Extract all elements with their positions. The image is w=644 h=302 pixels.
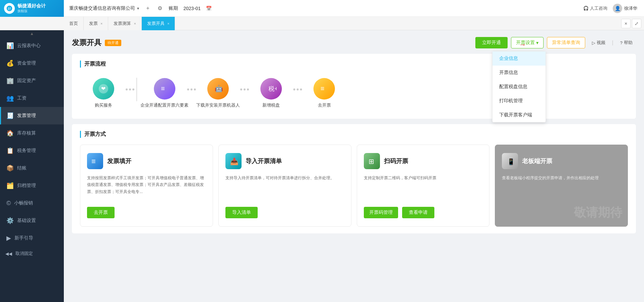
- method-fill-title: 发票填开: [107, 157, 131, 165]
- method-import-desc: 支持导入待开票清单，可对待开票清单进行拆分、合并处理。: [225, 175, 344, 201]
- divider: |: [612, 40, 613, 46]
- tab-invoice-calc-label: 发票测算: [114, 21, 131, 27]
- invoice-icon: 🧾: [6, 112, 14, 119]
- tab-invoice-calc-close[interactable]: ×: [134, 22, 136, 26]
- salary-icon: 👥: [6, 95, 14, 102]
- dropdown-item-company[interactable]: 企业信息: [492, 51, 546, 66]
- tab-invoice-issue-close[interactable]: ×: [167, 22, 169, 26]
- consult-label: 人工咨询: [590, 5, 607, 11]
- sidebar-item-reports[interactable]: 📊 云报表中心: [0, 37, 64, 54]
- qr-manage-button[interactable]: 开票码管理: [364, 207, 398, 218]
- tab-home[interactable]: 首页: [64, 17, 84, 30]
- top-bar: 好 畅捷通好会计 旗舰版 重庆畅捷交通信息咨询有限公司 ▾ ＋ ⚙ 账期 202…: [0, 0, 644, 17]
- tab-close-all-btn[interactable]: ×: [621, 19, 631, 28]
- flow-section: 开票流程 ❤ 购买服务: [72, 54, 636, 119]
- consult-button[interactable]: 🎧 人工咨询: [583, 5, 607, 11]
- content-area: 发票开具 待开通 立即开通 开票设置 ▾ 企业信息 开票信息 配置税盘信息 打印…: [64, 30, 644, 302]
- dot: [187, 88, 189, 90]
- exception-query-button[interactable]: 异常清单查询: [547, 37, 585, 48]
- step-label-3: 下载并安装开票机器人: [196, 102, 240, 108]
- step-icon-4: 税+: [260, 78, 282, 100]
- sidebar-item-settings-label: 基础设置: [17, 218, 36, 224]
- flow-step-4: 税+ 新增税盘: [248, 78, 295, 108]
- method-card-import: 📥 导入开票清单 支持导入待开票清单，可对待开票清单进行拆分、合并处理。 导入清…: [218, 145, 351, 227]
- top-bar-icons: ＋ ⚙: [143, 4, 165, 13]
- sidebar-item-settings[interactable]: ⚙️ 基础设置: [0, 212, 64, 229]
- sidebar-cancel-pin[interactable]: ◀◀ 取消固定: [0, 247, 64, 260]
- tab-bar: 首页 发票 × 发票测算 × 发票开具 × × ⤢: [0, 17, 644, 30]
- sidebar-item-expense[interactable]: © 小畅报销: [0, 194, 64, 212]
- tab-invoice-issue-label: 发票开具: [147, 21, 165, 27]
- user-name: 徐泽华: [624, 5, 637, 11]
- tab-invoice-close[interactable]: ×: [100, 22, 102, 26]
- video-label: 视频: [597, 40, 605, 46]
- dropdown-item-tax-disk[interactable]: 配置税盘信息: [492, 80, 546, 94]
- play-icon: ▷: [592, 40, 595, 45]
- sidebar-item-inventory[interactable]: 🏠 库存核算: [0, 124, 64, 142]
- sidebar-item-archive[interactable]: 🗂️ 归档管理: [0, 177, 64, 194]
- assets-icon: 🏢: [6, 77, 14, 84]
- step-connector-1: [125, 88, 135, 90]
- step-icon-3: 🤖: [207, 78, 229, 100]
- import-list-button[interactable]: 导入清单: [225, 207, 258, 218]
- tab-invoice-issue[interactable]: 发票开具 ×: [142, 17, 175, 30]
- funds-icon: 💰: [6, 60, 14, 67]
- sidebar-item-tax[interactable]: 📋 税务管理: [0, 142, 64, 159]
- method-boss-desc: 查看老板端小程序提交的开票申请，并作出相应的处理: [502, 175, 621, 201]
- sidebar-item-salary[interactable]: 👥 工资: [0, 89, 64, 107]
- video-button[interactable]: ▷ 视频: [589, 37, 609, 48]
- dropdown-item-printer[interactable]: 打印机管理: [492, 94, 546, 108]
- chevron-down-icon: ▾: [137, 6, 139, 11]
- sidebar-item-guide-label: 新手引导: [14, 235, 33, 241]
- help-button[interactable]: ? 帮助: [617, 37, 636, 48]
- flow-step-2: ≡ 企业开通配置开票六要素: [140, 78, 188, 108]
- tab-bar-right: × ⤢: [621, 19, 644, 28]
- sidebar-item-guide[interactable]: ▶ 新手引导: [0, 229, 64, 247]
- calendar-icon[interactable]: 📅: [206, 6, 212, 11]
- add-icon[interactable]: ＋: [143, 4, 153, 13]
- user-info[interactable]: 👤 徐泽华: [613, 4, 637, 13]
- dropdown-item-download-client[interactable]: 下载开票客户端: [492, 108, 546, 122]
- activate-button[interactable]: 立即开通: [475, 37, 508, 48]
- logo-icon: 好: [4, 3, 15, 14]
- method-import-title: 导入开票清单: [246, 157, 282, 165]
- step-icon-5: ≡: [313, 78, 335, 100]
- sidebar-item-settle[interactable]: 📦 结账: [0, 159, 64, 177]
- status-badge: 待开通: [105, 40, 121, 46]
- dot: [126, 88, 128, 90]
- sidebar-item-assets[interactable]: 🏢 固定资产: [0, 72, 64, 89]
- logo-subtitle: 旗舰版: [17, 9, 46, 13]
- company-selector[interactable]: 重庆畅捷交通信息咨询有限公司 ▾: [69, 5, 139, 11]
- method-scan-header: ⊞ 扫码开票: [364, 153, 483, 169]
- settings-button[interactable]: 开票设置 ▾: [511, 37, 544, 48]
- svg-text:🤖: 🤖: [215, 84, 223, 92]
- dot: [190, 88, 192, 90]
- settings-icon[interactable]: ⚙: [155, 4, 165, 13]
- page-title-area: 发票开具 待开通: [72, 38, 121, 48]
- tab-invoice[interactable]: 发票 ×: [84, 17, 108, 30]
- view-apply-button[interactable]: 查看申请: [402, 207, 434, 218]
- archive-icon: 🗂️: [6, 182, 14, 189]
- tab-invoice-calc[interactable]: 发票测算 ×: [108, 17, 141, 30]
- sidebar-item-inventory-label: 库存核算: [17, 130, 36, 136]
- dot: [129, 88, 131, 90]
- methods-section-title: 开票方式: [80, 131, 628, 138]
- method-card-scan: ⊞ 扫码开票 支持定制开票二维码，客户端可扫码开票 开票码管理 查看申请: [357, 145, 490, 227]
- tab-expand-btn[interactable]: ⤢: [632, 19, 641, 28]
- dot: [293, 88, 295, 90]
- dropdown-item-invoice-info[interactable]: 开票信息: [492, 66, 546, 80]
- top-bar-right: 🎧 人工咨询 👤 徐泽华: [583, 4, 644, 13]
- dot: [240, 88, 242, 90]
- step-label-5: 去开票: [318, 102, 331, 108]
- main-layout: ▲ 📊 云报表中心 💰 资金管理 🏢 固定资产 👥 工资 🧾 发票管理 🏠 库存…: [0, 30, 644, 302]
- sidebar-scroll-up[interactable]: ▲: [0, 30, 64, 37]
- expense-icon: ©: [6, 200, 11, 207]
- methods-grid: ≡ 发票填开 支持按照发票样式手工填开发票；可开具增值税电子普通发票、增值税普通…: [80, 145, 628, 227]
- sidebar-item-expense-label: 小畅报销: [14, 200, 33, 206]
- logo-title: 畅捷通好会计: [17, 3, 46, 9]
- sidebar-item-funds[interactable]: 💰 资金管理: [0, 54, 64, 72]
- period-label: 账期: [169, 5, 178, 11]
- fill-go-button[interactable]: 去开票: [87, 207, 115, 218]
- dot: [244, 88, 246, 90]
- sidebar-item-invoice[interactable]: 🧾 发票管理: [0, 107, 64, 124]
